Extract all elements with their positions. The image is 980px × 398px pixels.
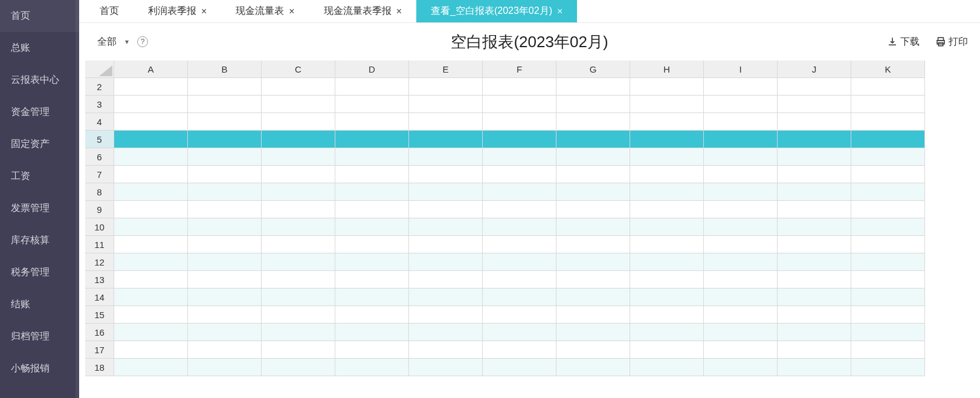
cell-C18[interactable] bbox=[262, 359, 335, 376]
cell-H9[interactable] bbox=[630, 201, 704, 218]
cell-E10[interactable] bbox=[409, 218, 483, 236]
cell-D10[interactable] bbox=[335, 218, 409, 236]
sidebar-item-1[interactable]: 总账 bbox=[0, 32, 79, 64]
cell-H16[interactable] bbox=[630, 324, 704, 341]
cell-F15[interactable] bbox=[483, 306, 556, 324]
cell-I3[interactable] bbox=[704, 96, 778, 113]
column-header-B[interactable]: B bbox=[188, 60, 262, 78]
cell-K14[interactable] bbox=[851, 289, 925, 306]
cell-H8[interactable] bbox=[630, 183, 704, 201]
cell-A12[interactable] bbox=[114, 253, 188, 271]
cell-C3[interactable] bbox=[262, 96, 335, 113]
cell-J6[interactable] bbox=[778, 148, 851, 166]
cell-H3[interactable] bbox=[630, 96, 704, 113]
help-icon[interactable]: ? bbox=[137, 36, 148, 47]
cell-H14[interactable] bbox=[630, 289, 704, 306]
cell-E4[interactable] bbox=[409, 113, 483, 131]
cell-A7[interactable] bbox=[114, 166, 188, 183]
cell-F11[interactable] bbox=[483, 236, 556, 253]
cell-F13[interactable] bbox=[483, 271, 556, 289]
cell-F5[interactable] bbox=[483, 131, 556, 148]
cell-B7[interactable] bbox=[188, 166, 262, 183]
cell-G10[interactable] bbox=[556, 218, 630, 236]
row-header-14[interactable]: 14 bbox=[85, 289, 114, 306]
cell-A3[interactable] bbox=[114, 96, 188, 113]
cell-J8[interactable] bbox=[778, 183, 851, 201]
cell-I9[interactable] bbox=[704, 201, 778, 218]
cell-A8[interactable] bbox=[114, 183, 188, 201]
cell-D6[interactable] bbox=[335, 148, 409, 166]
cell-C10[interactable] bbox=[262, 218, 335, 236]
cell-F9[interactable] bbox=[483, 201, 556, 218]
cell-C2[interactable] bbox=[262, 78, 335, 96]
cell-A6[interactable] bbox=[114, 148, 188, 166]
cell-G17[interactable] bbox=[556, 341, 630, 359]
column-header-F[interactable]: F bbox=[483, 60, 556, 78]
cell-H7[interactable] bbox=[630, 166, 704, 183]
cell-G14[interactable] bbox=[556, 289, 630, 306]
cell-D2[interactable] bbox=[335, 78, 409, 96]
cell-F14[interactable] bbox=[483, 289, 556, 306]
cell-I10[interactable] bbox=[704, 218, 778, 236]
tab-1[interactable]: 利润表季报× bbox=[134, 0, 221, 22]
column-header-J[interactable]: J bbox=[778, 60, 851, 78]
row-header-15[interactable]: 15 bbox=[85, 306, 114, 324]
cell-C16[interactable] bbox=[262, 324, 335, 341]
cell-I15[interactable] bbox=[704, 306, 778, 324]
cell-B16[interactable] bbox=[188, 324, 262, 341]
cell-E8[interactable] bbox=[409, 183, 483, 201]
cell-H17[interactable] bbox=[630, 341, 704, 359]
filter-dropdown[interactable]: 全部 ▾ ? bbox=[97, 36, 148, 48]
cell-E3[interactable] bbox=[409, 96, 483, 113]
cell-J18[interactable] bbox=[778, 359, 851, 376]
cell-D15[interactable] bbox=[335, 306, 409, 324]
cell-K15[interactable] bbox=[851, 306, 925, 324]
cell-F16[interactable] bbox=[483, 324, 556, 341]
cell-D14[interactable] bbox=[335, 289, 409, 306]
sidebar-item-11[interactable]: 小畅报销 bbox=[0, 353, 79, 385]
row-header-17[interactable]: 17 bbox=[85, 341, 114, 359]
row-header-16[interactable]: 16 bbox=[85, 324, 114, 341]
cell-J9[interactable] bbox=[778, 201, 851, 218]
column-header-C[interactable]: C bbox=[262, 60, 335, 78]
cell-I14[interactable] bbox=[704, 289, 778, 306]
cell-E13[interactable] bbox=[409, 271, 483, 289]
cell-H11[interactable] bbox=[630, 236, 704, 253]
cell-K16[interactable] bbox=[851, 324, 925, 341]
row-header-11[interactable]: 11 bbox=[85, 236, 114, 253]
tab-2[interactable]: 现金流量表× bbox=[221, 0, 309, 22]
cell-C4[interactable] bbox=[262, 113, 335, 131]
sidebar-item-7[interactable]: 库存核算 bbox=[0, 224, 79, 256]
row-header-12[interactable]: 12 bbox=[85, 253, 114, 271]
cell-I11[interactable] bbox=[704, 236, 778, 253]
cell-H2[interactable] bbox=[630, 78, 704, 96]
cell-E14[interactable] bbox=[409, 289, 483, 306]
cell-F3[interactable] bbox=[483, 96, 556, 113]
cell-I18[interactable] bbox=[704, 359, 778, 376]
cell-H15[interactable] bbox=[630, 306, 704, 324]
cell-C6[interactable] bbox=[262, 148, 335, 166]
cell-I6[interactable] bbox=[704, 148, 778, 166]
cell-K6[interactable] bbox=[851, 148, 925, 166]
cell-J11[interactable] bbox=[778, 236, 851, 253]
print-button[interactable]: 打印 bbox=[935, 36, 968, 48]
cell-B5[interactable] bbox=[188, 131, 262, 148]
cell-F10[interactable] bbox=[483, 218, 556, 236]
cell-I7[interactable] bbox=[704, 166, 778, 183]
cell-H4[interactable] bbox=[630, 113, 704, 131]
cell-J2[interactable] bbox=[778, 78, 851, 96]
cell-H13[interactable] bbox=[630, 271, 704, 289]
column-header-A[interactable]: A bbox=[114, 60, 188, 78]
row-header-7[interactable]: 7 bbox=[85, 166, 114, 183]
cell-J17[interactable] bbox=[778, 341, 851, 359]
cell-E15[interactable] bbox=[409, 306, 483, 324]
column-header-E[interactable]: E bbox=[409, 60, 483, 78]
cell-I2[interactable] bbox=[704, 78, 778, 96]
cell-D12[interactable] bbox=[335, 253, 409, 271]
cell-G18[interactable] bbox=[556, 359, 630, 376]
cell-K18[interactable] bbox=[851, 359, 925, 376]
column-header-G[interactable]: G bbox=[556, 60, 630, 78]
cell-C8[interactable] bbox=[262, 183, 335, 201]
cell-I12[interactable] bbox=[704, 253, 778, 271]
cell-F6[interactable] bbox=[483, 148, 556, 166]
